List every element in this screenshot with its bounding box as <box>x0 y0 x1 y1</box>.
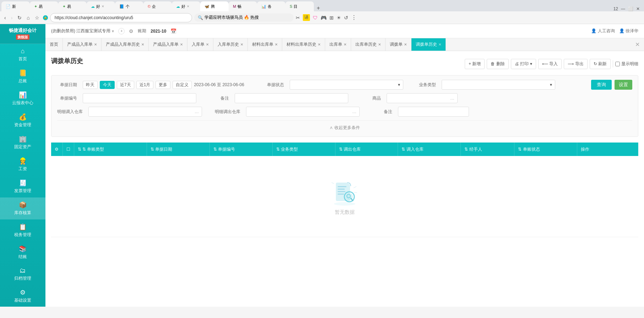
browser-tab-8[interactable]: 🦋 腾 <box>200 1 229 11</box>
th-in-wh[interactable]: ⇅ 调入仓库 <box>398 143 461 156</box>
sidebar-item-payroll[interactable]: 👷 工资 <box>0 154 45 175</box>
date-today[interactable]: 今天 <box>100 81 115 89</box>
remark-input[interactable] <box>235 93 348 103</box>
th-doc-status[interactable]: ⇅ 单账状态 <box>514 143 577 156</box>
close-active-tab-icon[interactable]: ✕ <box>438 43 441 46</box>
sidebar-item-ledger[interactable]: 📒 总账 <box>0 66 45 88</box>
extensions-icon[interactable]: ✂ <box>296 15 300 21</box>
th-doc-date[interactable]: ⇅ 单据日期 <box>147 143 210 156</box>
goods-selector[interactable]: … <box>387 93 458 103</box>
user-avatar[interactable]: 👤 徐泽华 <box>619 28 638 34</box>
detail-out-selector[interactable]: … <box>246 107 360 117</box>
home-button[interactable]: ⌂ <box>25 13 31 22</box>
th-doc-num[interactable]: ⇅ 单据编号 <box>209 143 272 156</box>
browser-tab-11[interactable]: S 目 <box>285 1 314 11</box>
new-tab-button[interactable]: + <box>314 5 323 11</box>
date-1month[interactable]: 近1月 <box>136 81 154 89</box>
nav-tab-transfer-hist[interactable]: 调拨单历史 ✕ <box>411 38 446 51</box>
close-tab-icon[interactable]: ✕ <box>94 43 97 46</box>
close-tab-icon[interactable]: ✕ <box>180 43 183 46</box>
nav-tab-mat-out-hist[interactable]: 材料出库单历史 ✕ <box>282 38 325 51</box>
sidebar-item-archive[interactable]: 🗂 归档管理 <box>0 263 45 285</box>
forward-button[interactable]: › <box>10 13 14 22</box>
date-quick-group: 昨天 今天 近7天 近1月 更多 自定义 2023-06-06 至 2023-0… <box>83 81 244 89</box>
close-tab-icon[interactable]: ✕ <box>404 43 407 46</box>
header-checkbox[interactable]: ☐ <box>66 147 70 152</box>
browser-tab-7[interactable]: ☁ 好 ✕ <box>172 1 200 11</box>
close-tab-icon[interactable]: ✕ <box>344 43 346 46</box>
refresh-button[interactable]: ↻ 刷新 <box>590 59 611 69</box>
sidebar-item-invoice[interactable]: 🧾 发票管理 <box>0 175 45 197</box>
refresh-button[interactable]: ↻ <box>16 13 23 22</box>
nav-tab-transfer[interactable]: 调拨单 ✕ <box>386 38 411 51</box>
display-toggle-checkbox[interactable] <box>615 62 620 66</box>
th-handler[interactable]: ⇅ 经手人 <box>461 143 514 156</box>
sidebar-item-settings[interactable]: ⚙ 基础设置 <box>0 285 45 307</box>
collapse-filter-button[interactable]: ∧ 收起更多条件 <box>327 123 362 132</box>
date-yesterday[interactable]: 昨天 <box>83 81 98 89</box>
search-bar[interactable]: 🔍 学霸应聘市场驱鸟员 🔥 热搜 <box>194 13 294 22</box>
close-tab-icon[interactable]: ✕ <box>378 43 381 46</box>
close-tab-icon[interactable]: ✕ <box>275 43 278 46</box>
delete-button[interactable]: 🗑 删除 <box>487 59 508 69</box>
filter-settings-button[interactable]: 设置 <box>615 80 632 90</box>
browser-tab-4[interactable]: ☁ 好 ✕ <box>87 1 115 11</box>
nav-tab-in[interactable]: 入库单 ✕ <box>187 38 213 51</box>
add-company-button[interactable]: + <box>118 28 125 34</box>
sidebar-item-home[interactable]: ⌂ 首页 <box>0 44 45 66</box>
sidebar-item-inventory[interactable]: 📦 库存核算 <box>0 197 45 219</box>
doc-num-input[interactable] <box>83 93 196 103</box>
remark2-input[interactable] <box>398 107 469 117</box>
status-select[interactable]: ▾ <box>290 80 403 90</box>
detail-in-selector[interactable]: … <box>88 107 202 117</box>
sidebar-item-fixed-assets[interactable]: 🏢 固定资产 <box>0 132 45 154</box>
back-button[interactable]: ‹ <box>3 13 7 22</box>
nav-tab-out-hist[interactable]: 出库单历史 ✕ <box>351 38 386 51</box>
close-tab-icon[interactable]: ✕ <box>141 43 144 46</box>
nav-tab-mat-out[interactable]: 材料出库单 ✕ <box>248 38 282 51</box>
close-tab-icon[interactable]: ✕ <box>240 43 243 46</box>
sidebar-item-tax[interactable]: 📋 税务管理 <box>0 219 45 241</box>
address-bar[interactable] <box>50 13 192 22</box>
close-tab-icon[interactable]: ✕ <box>318 43 321 46</box>
close-all-tabs-icon[interactable]: ✕ <box>631 38 644 51</box>
browser-tab-5[interactable]: 📘 个 <box>115 1 143 11</box>
biz-type-select[interactable]: ▾ <box>442 80 555 90</box>
date-7days[interactable]: 近7天 <box>117 81 134 89</box>
bookmark-button[interactable]: ☆ <box>33 13 41 22</box>
th-doc-type[interactable]: ⇅ ⇅ 单账类型 <box>74 143 147 156</box>
browser-tab-6[interactable]: © 企 <box>143 1 172 11</box>
browser-tab-2[interactable]: ✦ 易 <box>30 1 58 11</box>
service-label[interactable]: 👤 人工咨询 <box>591 28 615 34</box>
sidebar-item-close[interactable]: 📚 结账 <box>0 241 45 263</box>
browser-tab-9[interactable]: M 畅 <box>229 1 257 11</box>
browser-tab-1[interactable]: 📄 新 <box>1 1 30 11</box>
nav-tab-product-in[interactable]: 产成品入库单 ✕ <box>63 38 102 51</box>
sidebar-item-reports[interactable]: 📊 云报表中心 <box>0 88 45 110</box>
browser-tab-3[interactable]: ✦ 易 <box>58 1 87 11</box>
nav-tab-product-in2[interactable]: 产成品入库单 ✕ <box>149 38 187 51</box>
new-button[interactable]: + 新增 <box>465 59 485 69</box>
toolbar-divider <box>613 60 613 67</box>
date-custom[interactable]: 自定义 <box>173 81 192 89</box>
nav-tab-product-in-hist[interactable]: 产成品入库单历史 ✕ <box>102 38 149 51</box>
th-biz-type[interactable]: ⇅ 业务类型 <box>272 143 335 156</box>
nav-tab-in-hist[interactable]: 入库单历史 ✕ <box>213 38 248 51</box>
import-button[interactable]: ⟵ 导入 <box>538 59 562 69</box>
company-selector[interactable]: (勿删勿禁用) 江西服宝测试专用 ▾ <box>51 28 114 34</box>
print-button[interactable]: 🖨 打印 ▾ <box>511 59 536 69</box>
th-checkbox[interactable]: ☐ <box>62 143 74 156</box>
close-tab-icon[interactable]: ✕ <box>206 43 209 46</box>
company-settings-button[interactable]: ⚙ <box>129 28 133 34</box>
th-settings[interactable]: ⚙ <box>51 143 62 156</box>
query-button[interactable]: 查询 <box>591 80 612 90</box>
display-toggle-label[interactable]: 显示明细 <box>615 61 638 67</box>
browser-tab-10[interactable]: 📊 各 <box>257 1 285 11</box>
nav-tab-home[interactable]: 首页 <box>45 38 63 51</box>
nav-tab-out[interactable]: 出库单 ✕ <box>325 38 351 51</box>
calendar-icon[interactable]: 📅 <box>170 28 176 34</box>
date-more[interactable]: 更多 <box>155 81 170 89</box>
sidebar-item-funds[interactable]: 💰 资金管理 <box>0 110 45 132</box>
th-out-wh[interactable]: ⇅ 调出仓库 <box>335 143 398 156</box>
export-button[interactable]: ⟶ 导出 <box>564 59 587 69</box>
